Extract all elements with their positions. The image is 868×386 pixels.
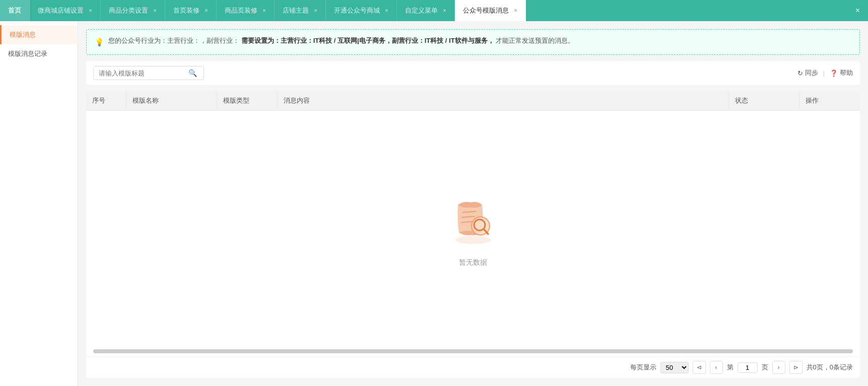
th-type: 模版类型	[217, 91, 278, 110]
sidebar-item-template-msg[interactable]: 模版消息	[0, 25, 78, 44]
tab-theme-close[interactable]: ×	[314, 7, 317, 14]
per-page-label: 每页显示	[630, 363, 656, 372]
tab-product-label: 商品页装修	[225, 6, 257, 15]
sync-icon: ↻	[797, 69, 803, 77]
th-action: 操作	[799, 91, 860, 110]
tab-menu-close[interactable]: ×	[443, 7, 446, 14]
empty-illustration	[443, 190, 503, 250]
tab-weshop-label: 微商城店铺设置	[38, 6, 84, 15]
per-page-select[interactable]: 50 20 100	[660, 362, 689, 373]
tab-home[interactable]: 首页	[0, 0, 30, 21]
tab-home-label: 首页	[8, 6, 21, 15]
total-info: 共0页，0条记录	[807, 363, 853, 372]
notice-suffix: 才能正常发送预置的消息。	[496, 37, 574, 44]
search-button[interactable]: 🔍	[184, 66, 201, 80]
bulb-icon: 💡	[95, 36, 104, 48]
tab-category-close[interactable]: ×	[153, 7, 157, 14]
notice-text: 您的公众号行业为：主营行业：，副营行业： 需要设置为：主营行业：IT科技 / 互…	[108, 36, 574, 46]
tab-weshop[interactable]: 微商城店铺设置 ×	[30, 0, 101, 21]
pagination-bar: 每页显示 50 20 100 ⊲ ‹ 第 页 › ⊳ 共0页，0条记录	[86, 356, 860, 378]
sync-label: 同步	[805, 68, 818, 78]
search-bar-right: ↻ 同步 | ❓ 帮助	[797, 68, 853, 78]
svg-point-0	[455, 236, 491, 244]
tab-mall-close[interactable]: ×	[385, 7, 388, 14]
sidebar-item-template-record-label: 模版消息记录	[8, 50, 47, 57]
tab-category-label: 商品分类设置	[109, 6, 148, 15]
tab-menu-label: 自定义菜单	[405, 6, 438, 15]
tab-homepage[interactable]: 首页装修 ×	[165, 0, 217, 21]
sidebar-item-template-msg-label: 模版消息	[10, 31, 36, 38]
tab-theme-label: 店铺主题	[283, 6, 309, 15]
th-content: 消息内容	[278, 91, 729, 110]
tab-homepage-label: 首页装修	[173, 6, 199, 15]
tab-menu[interactable]: 自定义菜单 ×	[397, 0, 455, 21]
table-header: 序号 模版名称 模版类型 消息内容 状态 操作	[86, 91, 860, 111]
fake-scrollbar[interactable]	[93, 349, 853, 353]
page-input[interactable]	[738, 362, 758, 373]
first-page-button[interactable]: ⊲	[693, 361, 706, 374]
content-area: 💡 您的公众号行业为：主营行业：，副营行业： 需要设置为：主营行业：IT科技 /…	[78, 21, 868, 386]
tab-theme[interactable]: 店铺主题 ×	[275, 0, 326, 21]
notice-banner: 💡 您的公众号行业为：主营行业：，副营行业： 需要设置为：主营行业：IT科技 /…	[86, 29, 860, 55]
tab-template-label: 公众号模版消息	[463, 6, 509, 15]
tab-bar: 首页 微商城店铺设置 × 商品分类设置 × 首页装修 × 商品页装修 × 店铺主…	[0, 0, 868, 21]
th-name: 模版名称	[126, 91, 217, 110]
help-button[interactable]: ❓ 帮助	[830, 68, 853, 78]
empty-state-text: 暂无数据	[459, 258, 487, 267]
tab-homepage-close[interactable]: ×	[205, 7, 208, 14]
notice-prefix: 您的公众号行业为：主营行业：，副营行业：	[108, 37, 239, 44]
tab-mall[interactable]: 开通公众号商城 ×	[326, 0, 397, 21]
tab-product-close[interactable]: ×	[262, 7, 266, 14]
sidebar-item-template-record[interactable]: 模版消息记录	[0, 44, 78, 63]
table-container: 序号 模版名称 模版类型 消息内容 状态 操作	[86, 91, 860, 378]
tab-category[interactable]: 商品分类设置 ×	[101, 0, 165, 21]
sidebar: 模版消息 模版消息记录	[0, 21, 78, 386]
search-bar: 🔍 ↻ 同步 | ❓ 帮助	[86, 61, 860, 85]
tab-mall-label: 开通公众号商城	[334, 6, 380, 15]
th-index: 序号	[86, 91, 126, 110]
next-page-button[interactable]: ›	[772, 361, 785, 374]
last-page-button[interactable]: ⊳	[789, 361, 803, 374]
main-layout: 模版消息 模版消息记录 💡 您的公众号行业为：主营行业：，副营行业： 需要设置为…	[0, 21, 868, 386]
scrollbar-area	[86, 346, 860, 356]
help-icon: ❓	[830, 69, 838, 77]
sync-button[interactable]: ↻ 同步	[797, 68, 818, 78]
th-status: 状态	[729, 91, 799, 110]
page-label: 第	[727, 363, 733, 372]
notice-highlight: 需要设置为：主营行业：IT科技 / 互联网|电子商务，副营行业：IT科技 / I…	[241, 37, 494, 44]
toolbar-divider: |	[823, 69, 825, 77]
tab-weshop-close[interactable]: ×	[89, 7, 92, 14]
search-input[interactable]	[94, 67, 184, 80]
prev-page-button[interactable]: ‹	[710, 361, 723, 374]
global-close-button[interactable]: ×	[847, 6, 868, 15]
tab-template-close[interactable]: ×	[514, 7, 517, 14]
page-suffix: 页	[762, 363, 768, 372]
tab-product[interactable]: 商品页装修 ×	[217, 0, 275, 21]
help-label: 帮助	[840, 68, 853, 78]
search-input-wrap: 🔍	[93, 66, 204, 80]
table-body: 暂无数据	[86, 111, 860, 346]
tab-template[interactable]: 公众号模版消息 ×	[455, 0, 526, 21]
